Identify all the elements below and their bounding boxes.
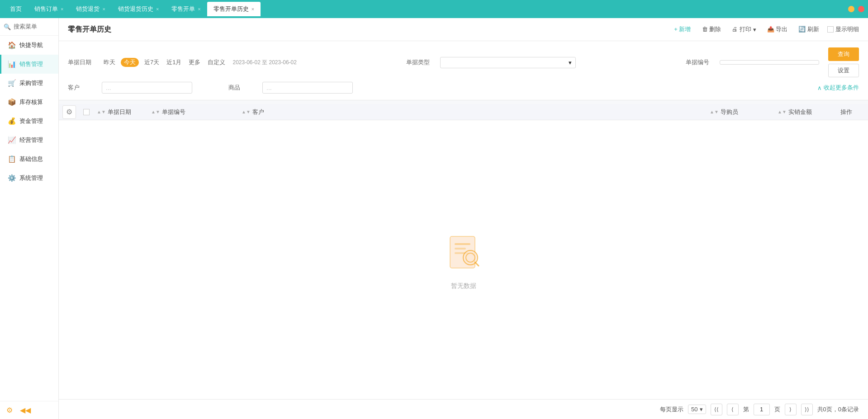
- today-btn[interactable]: 今天: [121, 58, 139, 67]
- home-icon: 🏠: [8, 41, 16, 49]
- filter-row-customer: 客户 ... 商品 ... ∧ 收起更多条件: [68, 82, 859, 94]
- settings-icon: ⚙: [66, 108, 72, 116]
- more-btn[interactable]: 更多: [187, 58, 202, 67]
- filter-section: 单据日期 昨天 今天 近7天 近1月 更多 自定义 2023-06-02 至 2…: [59, 41, 868, 100]
- svg-rect-2: [455, 243, 470, 245]
- th-checkbox[interactable]: [80, 109, 93, 115]
- page-label: 第: [743, 405, 749, 414]
- minimize-button[interactable]: [848, 6, 854, 12]
- th-actions: 操作: [828, 108, 864, 116]
- sidebar-item-inventory[interactable]: 📦 库存核算: [0, 93, 58, 112]
- tab-retail-open[interactable]: 零售开单 ×: [165, 2, 207, 16]
- product-input[interactable]: ...: [262, 82, 353, 94]
- next-page-button[interactable]: ⟩: [785, 404, 797, 415]
- sidebar-item-quick-nav[interactable]: 🏠 快捷导航: [0, 36, 58, 55]
- svg-rect-3: [455, 248, 466, 250]
- money-icon: 💰: [8, 117, 16, 125]
- empty-text: 暂无数据: [451, 282, 476, 290]
- checkbox-icon: [827, 26, 834, 33]
- per-page-label: 每页显示: [660, 405, 683, 414]
- sidebar-item-finance[interactable]: 💰 资金管理: [0, 112, 58, 131]
- add-button[interactable]: + 新增: [671, 24, 693, 35]
- table-section: ⚙ ▲▼ 单据日期 ▲▼ 单据编号 ▲▼ 客户 ▲▼: [59, 104, 868, 399]
- tab-home[interactable]: 首页: [4, 2, 28, 16]
- svg-line-7: [475, 262, 479, 266]
- display-toggle[interactable]: 显示明细: [827, 25, 859, 33]
- close-icon[interactable]: ×: [61, 6, 63, 12]
- last-page-button[interactable]: ⟩⟩: [801, 404, 813, 415]
- page-number-input[interactable]: [754, 404, 770, 415]
- customer-label: 客户: [68, 84, 93, 92]
- th-customer: ▲▼ 客户: [238, 108, 706, 116]
- number-label: 单据编号: [686, 58, 711, 66]
- close-button[interactable]: [858, 6, 864, 12]
- tab-sales-return-history[interactable]: 销货退货历史 ×: [112, 2, 165, 16]
- customer-input[interactable]: ...: [102, 82, 192, 94]
- info-icon: 📋: [8, 155, 16, 163]
- sort-icon[interactable]: ▲▼: [151, 109, 160, 114]
- sort-icon[interactable]: ▲▼: [242, 109, 251, 114]
- sort-icon[interactable]: ▲▼: [710, 109, 719, 114]
- collapse-button[interactable]: ∧ 收起更多条件: [817, 84, 859, 92]
- tab-bar: 首页 销售订单 × 销货退货 × 销货退货历史 × 零售开单 × 零售开单历史 …: [0, 0, 868, 18]
- main-content: 零售开单历史 + 新增 🗑 删除 🖨 打印 ▾ 📤 导出 🔄 刷新: [59, 18, 868, 419]
- window-controls: [848, 6, 864, 12]
- empty-illustration: [441, 230, 486, 275]
- search-icon: 🔍: [4, 24, 11, 30]
- sort-icon[interactable]: ▲▼: [778, 109, 787, 114]
- collapse-sidebar-button[interactable]: ◀◀: [20, 406, 31, 414]
- last7-btn[interactable]: 近7天: [142, 58, 161, 67]
- tab-retail-history[interactable]: 零售开单历史 ×: [207, 2, 261, 16]
- yesterday-btn[interactable]: 昨天: [102, 58, 117, 67]
- sidebar-item-sales-mgmt[interactable]: 📊 销售管理: [0, 55, 58, 74]
- number-input[interactable]: [720, 60, 819, 65]
- custom-btn[interactable]: 自定义: [206, 58, 227, 67]
- th-salesperson: ▲▼ 导购员: [706, 108, 774, 116]
- filter-row-date: 单据日期 昨天 今天 近7天 近1月 更多 自定义 2023-06-02 至 2…: [68, 47, 859, 77]
- table-header: ⚙ ▲▼ 单据日期 ▲▼ 单据编号 ▲▼ 客户 ▲▼: [59, 104, 868, 120]
- sidebar: 🔍 搜索菜单 🏠 快捷导航 📊 销售管理 🛒 采购管理 📦 库存核算 💰 资金管…: [0, 18, 59, 419]
- close-icon[interactable]: ×: [156, 6, 159, 12]
- pagination-bar: 每页显示 50 ▾ ⟨⟨ ⟨ 第 页 ⟩ ⟩⟩ 共0页，0条记录: [59, 399, 868, 419]
- th-amount: ▲▼ 实销金额: [774, 108, 828, 116]
- tab-sales-order[interactable]: 销售订单 ×: [28, 2, 70, 16]
- sidebar-item-basic-info[interactable]: 📋 基础信息: [0, 150, 58, 169]
- sidebar-item-operations[interactable]: 📈 经营管理: [0, 131, 58, 150]
- settings-bottom-button[interactable]: ⚙: [6, 406, 13, 414]
- column-settings-button[interactable]: ⚙: [62, 105, 76, 119]
- first-page-button[interactable]: ⟨⟨: [711, 404, 722, 415]
- empty-state: 暂无数据: [59, 120, 868, 399]
- prev-page-button[interactable]: ⟨: [727, 404, 739, 415]
- toolbar: + 新增 🗑 删除 🖨 打印 ▾ 📤 导出 🔄 刷新 显示明细: [671, 24, 859, 35]
- refresh-button[interactable]: 🔄 刷新: [796, 24, 822, 35]
- th-number: ▲▼ 单据编号: [147, 108, 238, 116]
- query-button[interactable]: 查询: [828, 47, 859, 61]
- sidebar-bottom: ⚙ ◀◀: [0, 401, 58, 419]
- close-icon[interactable]: ×: [102, 6, 105, 12]
- total-info: 共0页，0条记录: [817, 405, 859, 414]
- sidebar-search[interactable]: 🔍 搜索菜单: [0, 18, 58, 36]
- setting-button[interactable]: 设置: [828, 64, 859, 77]
- export-button[interactable]: 📤 导出: [764, 24, 791, 35]
- chevron-down-icon: ▾: [700, 406, 703, 413]
- tab-sales-return[interactable]: 销货退货 ×: [70, 2, 111, 16]
- type-select[interactable]: ▾: [440, 57, 576, 68]
- page-size-select[interactable]: 50 ▾: [688, 405, 706, 414]
- print-button[interactable]: 🖨 打印 ▾: [729, 24, 759, 35]
- close-icon[interactable]: ×: [251, 6, 254, 12]
- action-buttons: 查询 设置: [828, 47, 859, 77]
- chevron-down-icon: ▾: [753, 26, 756, 33]
- sort-icon[interactable]: ▲▼: [97, 109, 106, 114]
- th-date: ▲▼ 单据日期: [93, 108, 147, 116]
- date-label: 单据日期: [68, 58, 93, 66]
- chevron-up-icon: ∧: [817, 85, 822, 91]
- page-header: 零售开单历史 + 新增 🗑 删除 🖨 打印 ▾ 📤 导出 🔄 刷新: [59, 18, 868, 41]
- type-label: 单据类型: [406, 58, 431, 66]
- sidebar-item-sys-mgmt[interactable]: ⚙️ 系统管理: [0, 169, 58, 188]
- last1m-btn[interactable]: 近1月: [165, 58, 183, 67]
- chevron-down-icon: ▾: [569, 59, 572, 66]
- delete-button[interactable]: 🗑 删除: [699, 24, 724, 35]
- sidebar-item-purchase-mgmt[interactable]: 🛒 采购管理: [0, 74, 58, 93]
- close-icon[interactable]: ×: [198, 6, 200, 12]
- select-all-checkbox[interactable]: [83, 109, 90, 115]
